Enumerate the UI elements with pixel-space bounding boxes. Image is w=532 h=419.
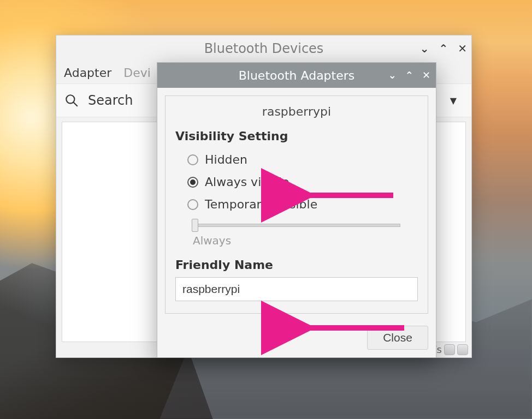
radio-hidden[interactable]: Hidden: [175, 148, 418, 171]
bluetooth-adapters-titlebar[interactable]: Bluetooth Adapters ⌄ ⌃ ✕: [157, 63, 436, 88]
maximize-icon[interactable]: ⌃: [439, 43, 448, 54]
radio-icon: [187, 154, 198, 165]
radio-temporary-label: Temporarily visible: [205, 197, 317, 211]
slider-track: [193, 224, 400, 227]
radio-always-visible[interactable]: Always visible: [175, 171, 418, 193]
svg-point-0: [66, 95, 74, 103]
menu-adapter[interactable]: Adapter: [64, 66, 111, 80]
bluetooth-devices-title: Bluetooth Devices: [204, 41, 324, 56]
visibility-section-label: Visibility Setting: [175, 129, 418, 143]
friendly-name-section-label: Friendly Name: [175, 258, 418, 272]
minimize-icon[interactable]: ⌄: [388, 70, 397, 80]
bluetooth-adapters-dialog: Bluetooth Adapters ⌄ ⌃ ✕ raspberrypi Vis…: [157, 62, 436, 358]
radio-hidden-label: Hidden: [205, 153, 247, 166]
search-button[interactable]: Search: [88, 93, 133, 108]
window-controls: ⌄ ⌃ ✕: [420, 35, 467, 62]
bluetooth-devices-titlebar[interactable]: Bluetooth Devices ⌄ ⌃ ✕: [56, 35, 471, 62]
search-icon: [64, 93, 79, 108]
close-icon[interactable]: ✕: [458, 43, 467, 54]
toolbar-dropdown[interactable]: ▼: [443, 90, 464, 111]
dialog-window-controls: ⌄ ⌃ ✕: [388, 63, 430, 88]
radio-always-label: Always visible: [205, 175, 289, 189]
bluetooth-adapters-title: Bluetooth Adapters: [239, 69, 355, 82]
status-indicator-2: [457, 344, 468, 355]
radio-icon: [187, 199, 198, 210]
minimize-icon[interactable]: ⌄: [420, 43, 429, 54]
dialog-footer: Close: [157, 321, 436, 357]
svg-line-1: [73, 102, 78, 106]
chevron-down-icon: ▼: [450, 95, 457, 106]
slider-caption: Always: [175, 231, 418, 247]
close-button[interactable]: Close: [367, 326, 428, 350]
adapter-name-label: raspberrypi: [175, 101, 418, 126]
menu-device-truncated[interactable]: Devi: [123, 66, 151, 80]
friendly-name-input[interactable]: [175, 277, 418, 301]
close-icon[interactable]: ✕: [422, 70, 430, 80]
radio-icon-selected: [187, 177, 198, 188]
status-indicator-1: [444, 344, 455, 355]
slider-thumb[interactable]: [192, 219, 198, 232]
visibility-timeout-slider[interactable]: [175, 216, 418, 231]
radio-temporarily-visible[interactable]: Temporarily visible: [175, 193, 418, 216]
maximize-icon[interactable]: ⌃: [405, 70, 413, 80]
adapters-content-frame: raspberrypi Visibility Setting Hidden Al…: [165, 95, 428, 314]
